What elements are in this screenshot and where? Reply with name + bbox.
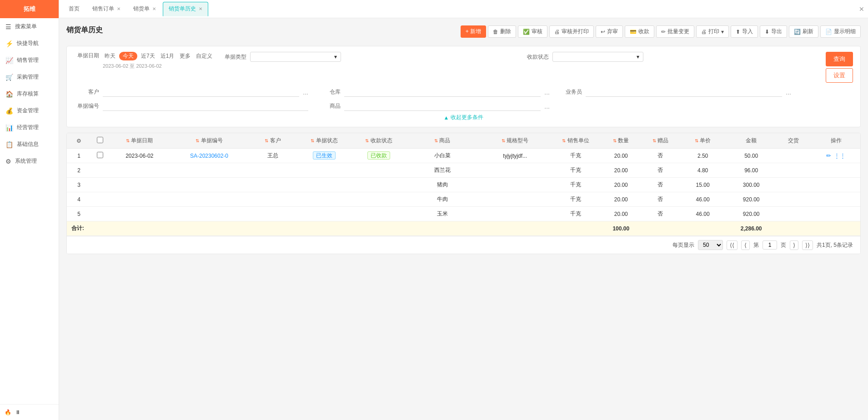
th-docstatus[interactable]: ⇅ 单据状态 <box>297 133 351 149</box>
total-info: 共1页, 5条记录 <box>817 241 853 249</box>
th-date[interactable]: ⇅ 单据日期 <box>109 133 170 149</box>
th-gift[interactable]: ⇅ 赠品 <box>642 133 678 149</box>
date-tab-7days[interactable]: 近7天 <box>139 52 157 60</box>
collect-button[interactable]: 💳 收款 <box>625 25 654 38</box>
biz-mgmt-icon: 📊 <box>5 124 13 131</box>
date-tab-custom[interactable]: 自定义 <box>194 52 214 60</box>
tab-sales-history[interactable]: 销货单历史 ✕ <box>163 2 208 16</box>
th-delivery[interactable]: 交货 <box>775 133 812 149</box>
query-button[interactable]: 查询 <box>826 52 853 66</box>
audit-button[interactable]: ✅ 审核 <box>518 25 547 38</box>
row-select-checkbox[interactable] <box>97 152 103 158</box>
th-gear[interactable]: ⚙ <box>67 133 91 149</box>
filter-panel: 单据日期 昨天 今天 近7天 近1月 更多 自定义 2023-06-02 至 2… <box>66 46 861 127</box>
product-input[interactable] <box>344 101 541 111</box>
delete-button[interactable]: 🗑 删除 <box>488 25 516 38</box>
sidebar-item-quick-nav[interactable]: ⚡ 快捷导航 <box>0 35 59 52</box>
sidebar-item-inventory-calc[interactable]: 🏠 库存核算 <box>0 85 59 102</box>
tab-sales-order[interactable]: 销售订单 ✕ <box>86 2 126 16</box>
settings-button[interactable]: 设置 <box>826 68 853 83</box>
th-unit-price[interactable]: ⇅ 单价 <box>678 133 727 149</box>
more-icon[interactable]: ⋮⋮ <box>834 152 846 159</box>
prev-page-button[interactable]: ⟨ <box>741 240 750 250</box>
customer-dots[interactable]: ... <box>303 89 308 96</box>
next-page-button[interactable]: ⟩ <box>790 240 798 250</box>
export-button[interactable]: ⬇ 导出 <box>760 25 787 38</box>
sidebar-item-finance-mgmt[interactable]: 💰 资金管理 <box>0 102 59 119</box>
pause-icon[interactable]: ⏸ <box>15 409 20 415</box>
edit-icon[interactable]: ✏ <box>826 152 831 159</box>
warehouse-dots[interactable]: ... <box>544 89 550 96</box>
row-amount: 50.00 <box>727 149 776 163</box>
query-settings: 查询 设置 <box>826 52 853 83</box>
salesperson-input[interactable] <box>586 87 782 97</box>
doc-type-filter: 单据类型 ▾ <box>221 52 516 62</box>
fire-icon[interactable]: 🔥 <box>5 409 11 415</box>
row-customer <box>249 163 297 178</box>
row-amount: 96.00 <box>727 163 776 178</box>
product-dots[interactable]: ... <box>544 103 550 110</box>
summary-qty: 100.00 <box>600 221 642 236</box>
tab-sales-delivery[interactable]: 销货单 ✕ <box>127 2 162 16</box>
customer-input[interactable] <box>103 87 299 97</box>
salesperson-dots[interactable]: ... <box>786 89 791 96</box>
th-spec[interactable]: ⇅ 规格型号 <box>479 133 552 149</box>
delete-icon: 🗑 <box>493 29 498 35</box>
collapse-button[interactable]: ▲ 收起更多条件 <box>74 114 853 121</box>
print-button[interactable]: 🖨 打印 ▾ <box>696 25 729 38</box>
batch-change-button[interactable]: ✏ 批量变更 <box>656 25 694 38</box>
row-customer <box>249 207 297 221</box>
new-button[interactable]: + 新增 <box>461 25 486 38</box>
tab-home[interactable]: 首页 <box>63 2 85 16</box>
th-qty[interactable]: ⇅ 数量 <box>600 133 642 149</box>
row-unit: 千克 <box>552 192 600 207</box>
row-paystatus: 已收款 <box>351 149 406 163</box>
doc-number-input[interactable] <box>103 101 308 111</box>
select-all-checkbox[interactable] <box>97 137 103 143</box>
per-page-select[interactable]: 50 100 <box>698 240 723 250</box>
page-input[interactable] <box>763 240 777 250</box>
sidebar-item-base-info[interactable]: 📋 基础信息 <box>0 136 59 153</box>
sidebar-item-biz-mgmt[interactable]: 📊 经营管理 <box>0 119 59 136</box>
row-unitprice: 2.50 <box>678 149 727 163</box>
th-docno[interactable]: ⇅ 单据编号 <box>170 133 248 149</box>
sidebar-item-label: 销售管理 <box>17 56 39 64</box>
th-customer[interactable]: ⇅ 客户 <box>249 133 297 149</box>
abandon-button[interactable]: ↩ 弃审 <box>596 25 623 38</box>
audit-print-button[interactable]: 🖨 审核并打印 <box>549 25 594 38</box>
row-qty: 20.00 <box>600 192 642 207</box>
date-tab-1month[interactable]: 近1月 <box>159 52 176 60</box>
row-delivery <box>775 207 812 221</box>
tab-sales-order-close[interactable]: ✕ <box>117 6 120 11</box>
show-details-button[interactable]: 📄 显示明细 <box>820 25 861 38</box>
payment-status-select[interactable]: ▾ <box>552 52 643 62</box>
th-unit[interactable]: ⇅ 销售单位 <box>552 133 600 149</box>
sidebar-item-label: 快捷导航 <box>17 40 39 47</box>
sidebar-item-search-menu[interactable]: ☰ 搜索菜单 <box>0 18 59 35</box>
tab-home-label: 首页 <box>69 5 80 13</box>
warehouse-input[interactable] <box>344 87 541 97</box>
th-product[interactable]: ⇅ 商品 <box>406 133 479 149</box>
sidebar-item-purchase-mgmt[interactable]: 🛒 采购管理 <box>0 69 59 85</box>
date-tab-today[interactable]: 今天 <box>119 52 137 60</box>
sidebar-item-sys-mgmt[interactable]: ⚙ 系统管理 <box>0 153 59 170</box>
tab-bar-close-all[interactable]: ✕ <box>859 5 864 13</box>
first-page-button[interactable]: ⟨⟨ <box>727 240 738 250</box>
doc-type-select[interactable]: ▾ <box>250 52 341 62</box>
collect-icon: 💳 <box>630 29 637 35</box>
date-tab-yesterday[interactable]: 昨天 <box>103 52 117 60</box>
th-paystatus[interactable]: ⇅ 收款状态 <box>351 133 406 149</box>
row-date <box>109 207 170 221</box>
pagination: 每页显示 50 100 ⟨⟨ ⟨ 第 页 ⟩ ⟩⟩ 共1页, 5条记录 <box>67 236 860 254</box>
sidebar-item-sales-mgmt[interactable]: 📈 销售管理 <box>0 52 59 69</box>
import-button[interactable]: ⬆ 导入 <box>731 25 758 38</box>
row-delivery <box>775 163 812 178</box>
tab-sales-delivery-close[interactable]: ✕ <box>152 6 156 11</box>
row-unitprice: 4.80 <box>678 163 727 178</box>
tab-sales-history-close[interactable]: ✕ <box>199 6 202 11</box>
date-tab-more[interactable]: 更多 <box>178 52 192 60</box>
th-amount[interactable]: 金额 <box>727 133 776 149</box>
last-page-button[interactable]: ⟩⟩ <box>802 240 813 250</box>
refresh-button[interactable]: 🔄 刷新 <box>789 25 818 38</box>
batch-change-icon: ✏ <box>661 29 666 35</box>
